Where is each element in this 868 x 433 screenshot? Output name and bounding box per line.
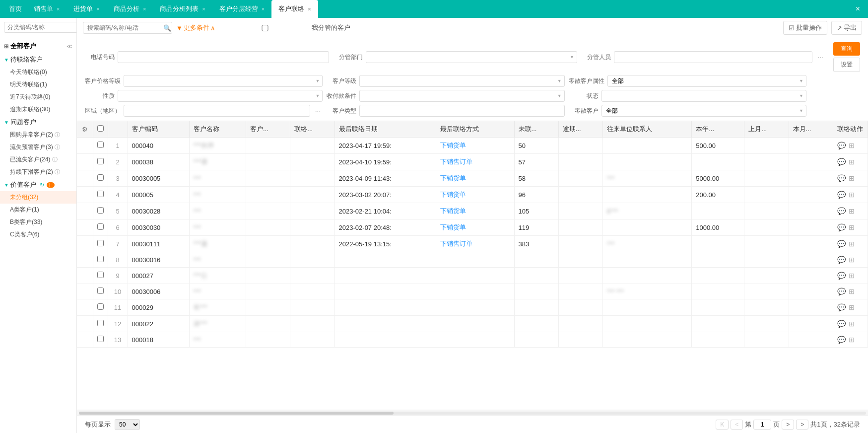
td-check[interactable] [93,268,108,284]
td-last-method[interactable]: 下销货单 [436,203,515,219]
more-action-icon[interactable]: ⊞ [849,336,855,344]
td-last-method[interactable]: 下销售订单 [436,154,515,170]
td-check[interactable] [93,138,108,154]
more-action-icon[interactable]: ⊞ [849,142,855,149]
last-page-btn[interactable]: > [796,420,808,430]
chat-icon[interactable]: 💬 [837,158,846,166]
more-action-icon[interactable]: ⊞ [849,158,855,166]
last-method-link[interactable]: 下销货单 [440,223,466,231]
td-check[interactable] [93,316,108,332]
td-check[interactable] [93,284,108,299]
row-checkbox[interactable] [97,158,104,164]
row-checkbox[interactable] [97,336,104,342]
row-checkbox[interactable] [97,207,104,214]
more-conditions-btn[interactable]: ▼ 更多条件 ∧ [176,23,215,32]
td-check[interactable] [93,252,108,268]
reset-btn[interactable]: 设置 [833,58,860,72]
sidebar-search-input[interactable] [4,22,77,33]
sidebar-item-overdue[interactable]: 逾期未联络(30) [0,103,76,116]
last-method-link[interactable]: 下销售订单 [440,240,472,247]
last-method-link[interactable]: 下销货单 [440,191,466,198]
th-this-month[interactable]: 本月... [789,121,833,138]
th-this-year[interactable]: 本年... [692,121,744,138]
nav-tab-customer-contact[interactable]: 客户联络 × [271,0,318,18]
nav-home[interactable]: 首页 [4,0,27,18]
td-check[interactable] [93,154,108,170]
sidebar-item-7days[interactable]: 近7天待联络(0) [0,91,76,103]
more-action-icon[interactable]: ⊞ [849,303,855,311]
filter-manager-input[interactable] [614,51,812,63]
chat-icon[interactable]: 💬 [837,191,846,199]
section-problem-customers[interactable]: ▼ 问题客户 [0,116,76,129]
row-checkbox[interactable] [97,320,104,326]
more-action-icon[interactable]: ⊞ [849,272,855,280]
first-page-btn[interactable]: K [716,420,729,430]
th-contact[interactable]: 联络... [290,121,334,138]
nav-tab-product-analysis[interactable]: 商品分析 × [107,0,153,18]
chat-icon[interactable]: 💬 [837,174,846,182]
section-pending-contact[interactable]: ▼ 待联络客户 [0,53,76,66]
section-value-customers[interactable]: ▼ 价值客户 ↻ F [0,178,76,191]
last-method-link[interactable]: 下销货单 [440,142,466,149]
filter-price-level-select[interactable] [124,75,323,87]
td-last-method[interactable]: 下销售订单 [436,236,515,252]
filter-scattered-attr-select[interactable]: 全部 [607,75,806,87]
th-overdue[interactable]: 逾期... [558,121,602,138]
th-type[interactable]: 客户... [246,121,290,138]
sidebar-item-class-b[interactable]: B类客户(33) [0,216,76,228]
more-action-icon[interactable]: ⊞ [849,240,855,248]
chat-icon[interactable]: 💬 [837,320,846,328]
th-code[interactable]: 客户编码 [128,121,189,138]
nav-tab-product-list[interactable]: 商品分析列表 × [153,0,212,18]
nav-tab-customer-segment[interactable]: 客户分层经营 × [212,0,271,18]
td-last-method[interactable]: 下销货单 [436,187,515,203]
row-checkbox[interactable] [97,240,104,246]
sidebar-item-class-a[interactable]: A类客户(1) [0,204,76,216]
filter-customer-type-input[interactable] [359,105,564,117]
th-last-date[interactable]: 最后联络日期 [334,121,436,138]
sidebar-item-tomorrow[interactable]: 明天待联络(1) [0,78,76,91]
chat-icon[interactable]: 💬 [837,256,846,264]
th-settings[interactable]: ⚙ [77,121,93,138]
row-checkbox[interactable] [97,288,104,294]
row-checkbox[interactable] [97,272,104,278]
page-input[interactable] [753,420,771,430]
sidebar-item-abnormal[interactable]: 囤购异常客户(2) ⓘ [0,129,76,141]
td-last-method[interactable]: 下销货单 [436,219,515,236]
close-product-analysis-icon[interactable]: × [143,0,146,18]
close-product-list-icon[interactable]: × [202,0,205,18]
chat-icon[interactable]: 💬 [837,240,846,248]
export-btn[interactable]: ↗ 导出 [831,21,862,35]
nav-tab-sales[interactable]: 销售单 × [27,0,67,18]
th-last-method[interactable]: 最后联络方式 [436,121,515,138]
sidebar-item-declining[interactable]: 持续下滑客户(2) ⓘ [0,166,76,178]
sidebar-item-churned[interactable]: 已流失客户(24) ⓘ [0,153,76,166]
chat-icon[interactable]: 💬 [837,272,846,280]
reload-icon[interactable]: ↻ [40,182,44,188]
td-check[interactable] [93,170,108,187]
row-checkbox[interactable] [97,303,104,310]
close-all-icon[interactable]: × [852,4,864,13]
more-action-icon[interactable]: ⊞ [849,320,855,328]
sidebar-item-ungrouped[interactable]: 未分组(32) [0,191,76,204]
filter-nature-select[interactable] [118,90,323,102]
close-customer-contact-icon[interactable]: × [308,0,311,18]
more-action-icon[interactable]: ⊞ [849,174,855,182]
row-checkbox[interactable] [97,174,104,181]
more-action-icon[interactable]: ⊞ [849,207,855,215]
per-page-select[interactable]: 50 100 200 [115,419,140,430]
more-action-icon[interactable]: ⊞ [849,223,855,231]
collapse-sidebar-btn[interactable]: ≪ [67,43,72,50]
sidebar-item-class-c[interactable]: C类客户(6) [0,228,76,241]
row-checkbox[interactable] [97,191,104,197]
chat-icon[interactable]: 💬 [837,288,846,295]
search-input[interactable] [83,22,172,34]
td-check[interactable] [93,203,108,219]
td-check[interactable] [93,332,108,348]
more-action-icon[interactable]: ⊞ [849,256,855,264]
sidebar-item-churn-warning[interactable]: 流失预警客户(3) ⓘ [0,141,76,153]
filter-scattered-select[interactable]: 全部 [601,105,806,117]
th-partner-contact[interactable]: 往来单位联系人 [603,121,692,138]
filter-region-more-icon[interactable]: ··· [313,107,323,115]
nav-tab-purchase[interactable]: 进货单 × [67,0,106,18]
